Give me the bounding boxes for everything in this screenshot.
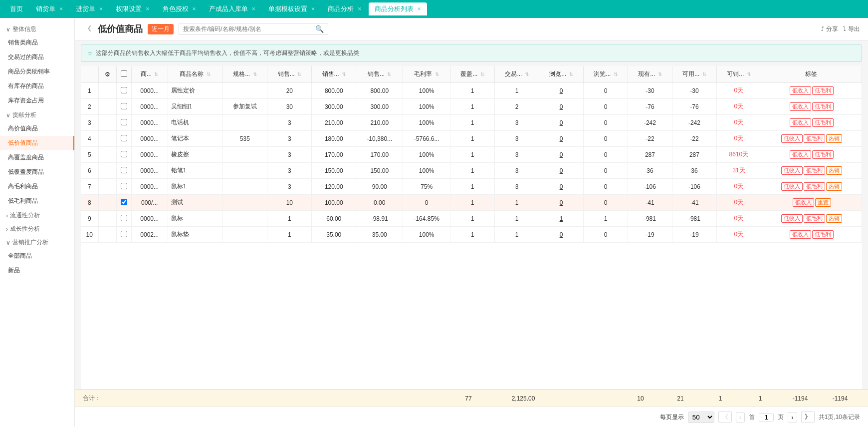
th-coverage[interactable]: 覆盖... ⇅ — [450, 66, 495, 83]
cell-checkbox[interactable] — [116, 195, 131, 211]
sidebar-section-overall[interactable]: ∨ 整体信息 — [0, 22, 74, 35]
sidebar-item-sales-goods[interactable]: 销售类商品 — [0, 35, 74, 50]
cell-sales-qty: 3 — [267, 179, 312, 195]
select-all-checkbox[interactable] — [121, 70, 127, 77]
cell-checkbox[interactable] — [116, 99, 131, 115]
cell-view1[interactable]: 0 — [539, 195, 584, 211]
cell-view1[interactable]: 0 — [539, 147, 584, 163]
sidebar-item-high-coverage[interactable]: 高覆盖度商品 — [0, 150, 74, 165]
sidebar-item-low-value[interactable]: 低价值商品 — [0, 136, 74, 150]
nav-home[interactable]: 首页 — [4, 2, 29, 15]
th-settings[interactable]: ⚙ — [98, 66, 116, 83]
sidebar-section-marketing[interactable]: ∨ 营销推广分析 — [0, 235, 74, 249]
cell-checkbox[interactable] — [116, 83, 131, 99]
nav-permission-settings[interactable]: 权限设置 × — [110, 2, 155, 15]
cell-trade: 3 — [495, 179, 539, 195]
sidebar-section-growth[interactable]: › 成长性分析 — [0, 222, 74, 235]
cell-view1[interactable]: 0 — [539, 115, 584, 131]
th-view1[interactable]: 浏览... ⇅ — [539, 66, 584, 83]
filter-period-button[interactable]: 近一月 — [148, 24, 174, 34]
cell-checkbox[interactable] — [116, 163, 131, 179]
view1-link[interactable]: 0 — [560, 103, 563, 110]
view1-link[interactable]: 0 — [560, 183, 563, 190]
nav-role-auth[interactable]: 角色授权 × — [157, 2, 202, 15]
th-sales-qty[interactable]: 销售... ⇅ — [267, 66, 312, 83]
prev-page-button[interactable]: ‹ — [736, 412, 745, 423]
row-checkbox[interactable] — [121, 199, 127, 205]
row-checkbox[interactable] — [121, 231, 127, 237]
th-sales-amount[interactable]: 销售... ⇅ — [312, 66, 356, 83]
per-page-select[interactable]: 50 100 200 — [688, 412, 714, 423]
row-checkbox[interactable] — [121, 183, 127, 189]
row-checkbox[interactable] — [121, 151, 127, 157]
sidebar-item-high-margin[interactable]: 高毛利商品 — [0, 179, 74, 194]
view1-link[interactable]: 0 — [560, 87, 563, 94]
cell-checkbox[interactable] — [116, 147, 131, 163]
cell-view1[interactable]: 0 — [539, 99, 584, 115]
view1-link[interactable]: 0 — [560, 231, 563, 238]
view1-link[interactable]: 0 — [560, 167, 563, 174]
row-checkbox[interactable] — [121, 167, 127, 173]
th-view2[interactable]: 浏览... ⇅ — [584, 66, 628, 83]
sidebar-item-new-goods[interactable]: 新品 — [0, 263, 74, 278]
sidebar-item-high-value[interactable]: 高价值商品 — [0, 121, 74, 136]
cell-view1[interactable]: 0 — [539, 227, 584, 243]
row-checkbox[interactable] — [121, 87, 127, 93]
th-spec[interactable]: 规格... ⇅ — [222, 66, 267, 83]
cell-checkbox[interactable] — [116, 211, 131, 227]
th-available[interactable]: 可用... ⇅ — [672, 66, 716, 83]
cell-checkbox[interactable] — [116, 227, 131, 243]
row-checkbox[interactable] — [121, 135, 127, 141]
export-button[interactable]: ⤵ 导出 — [843, 25, 860, 33]
row-checkbox[interactable] — [121, 119, 127, 125]
th-code[interactable]: 商... ⇅ — [131, 66, 168, 83]
th-checkbox[interactable] — [116, 66, 131, 83]
row-checkbox[interactable] — [121, 103, 127, 109]
search-icon[interactable]: 🔍 — [315, 25, 324, 33]
cell-checkbox[interactable] — [116, 131, 131, 147]
cell-view1[interactable]: 0 — [539, 163, 584, 179]
sidebar-item-category-rate[interactable]: 商品分类助销率 — [0, 64, 74, 79]
search-input[interactable] — [183, 25, 313, 32]
sidebar-item-inventory-goods[interactable]: 有库存的商品 — [0, 79, 74, 93]
sidebar-item-low-margin[interactable]: 低毛利商品 — [0, 194, 74, 208]
th-sales-cost[interactable]: 销售... ⇅ — [356, 66, 403, 83]
nav-product-analysis-list[interactable]: 商品分析列表 × — [369, 2, 427, 15]
cell-view1[interactable]: 0 — [539, 83, 584, 99]
page-number-input[interactable] — [759, 413, 774, 422]
nav-product-inbound[interactable]: 产成品入库单 × — [203, 2, 261, 15]
next-page-button[interactable]: › — [788, 412, 797, 423]
row-checkbox[interactable] — [121, 215, 127, 221]
view1-link[interactable]: 0 — [560, 135, 563, 142]
cell-checkbox[interactable] — [116, 179, 131, 195]
th-name[interactable]: 商品名称 ⇅ — [168, 66, 222, 83]
last-page-button[interactable]: 》 — [801, 411, 815, 423]
data-table-container[interactable]: ⚙ 商... ⇅ 商品名称 ⇅ 规格... ⇅ 销售... ⇅ 销售... ⇅ … — [81, 66, 862, 389]
sidebar-item-traded-goods[interactable]: 交易过的商品 — [0, 50, 74, 64]
cell-view1[interactable]: 0 — [539, 131, 584, 147]
share-button[interactable]: ⤴ 分享 — [821, 25, 838, 33]
cell-checkbox[interactable] — [116, 115, 131, 131]
th-margin-rate[interactable]: 毛利率 ⇅ — [403, 66, 450, 83]
view1-link[interactable]: 0 — [560, 119, 563, 126]
nav-product-analysis[interactable]: 商品分析 × — [322, 2, 367, 15]
th-current-stock[interactable]: 现有... ⇅ — [628, 66, 672, 83]
sidebar-section-flow[interactable]: › 流通性分析 — [0, 208, 74, 222]
th-saleable[interactable]: 可销... ⇅ — [716, 66, 761, 83]
nav-template-settings[interactable]: 单据模板设置 × — [262, 2, 321, 15]
th-tags[interactable]: 标签 — [761, 66, 862, 83]
nav-purchase-order[interactable]: 进货单 × — [70, 2, 109, 15]
sidebar-item-all-goods[interactable]: 全部商品 — [0, 249, 74, 263]
sidebar-section-contribution[interactable]: ∨ 贡献分析 — [0, 108, 74, 121]
th-trade[interactable]: 交易... ⇅ — [495, 66, 539, 83]
sidebar-item-low-coverage[interactable]: 低覆盖度商品 — [0, 165, 74, 179]
view1-link[interactable]: 1 — [560, 215, 563, 222]
cell-view1[interactable]: 1 — [539, 211, 584, 227]
cell-view1[interactable]: 0 — [539, 179, 584, 195]
sidebar-item-inventory-capital[interactable]: 库存资金占用 — [0, 93, 74, 108]
sidebar-collapse-button[interactable]: 《 — [83, 24, 93, 34]
nav-sales-order[interactable]: 销货单 × — [30, 2, 69, 15]
view1-link[interactable]: 0 — [560, 199, 563, 206]
first-page-button[interactable]: 《 — [718, 411, 732, 423]
view1-link[interactable]: 0 — [560, 151, 563, 158]
